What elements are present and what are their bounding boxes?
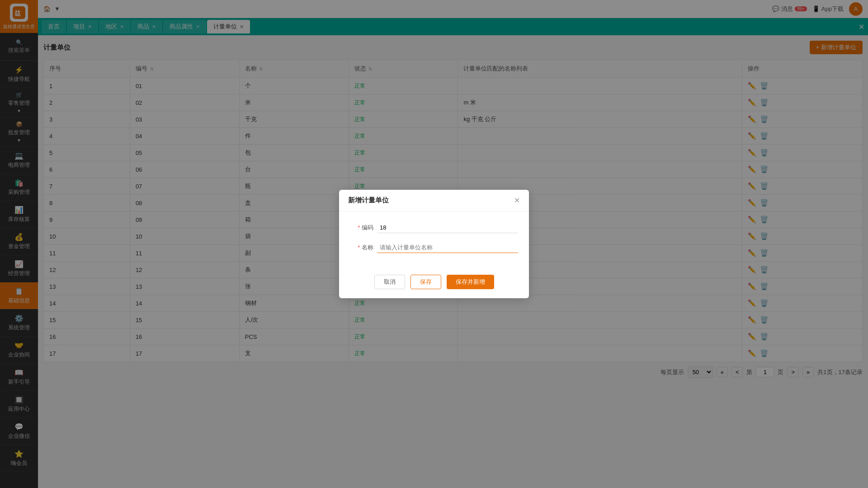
modal-header: 新增计量单位 ✕ <box>339 190 529 211</box>
save-and-new-button[interactable]: 保存并新增 <box>447 275 494 289</box>
modal-body: * 编码 * 名称 <box>339 211 529 269</box>
code-input[interactable] <box>377 222 518 233</box>
save-button[interactable]: 保存 <box>410 275 441 289</box>
form-label-code: * 编码 <box>350 224 377 232</box>
cancel-button[interactable]: 取消 <box>374 275 405 289</box>
modal-footer: 取消 保存 保存并新增 <box>339 269 529 298</box>
name-input[interactable] <box>377 242 518 253</box>
form-row-name: * 名称 <box>350 242 518 253</box>
form-row-code: * 编码 <box>350 222 518 233</box>
add-measure-unit-modal: 新增计量单位 ✕ * 编码 * 名称 取消 保存 保存并新增 <box>339 190 529 298</box>
form-label-name: * 名称 <box>350 244 377 252</box>
modal-overlay[interactable]: 新增计量单位 ✕ * 编码 * 名称 取消 保存 保存并新增 <box>0 0 868 488</box>
modal-title: 新增计量单位 <box>348 196 389 205</box>
modal-close-button[interactable]: ✕ <box>514 196 520 205</box>
